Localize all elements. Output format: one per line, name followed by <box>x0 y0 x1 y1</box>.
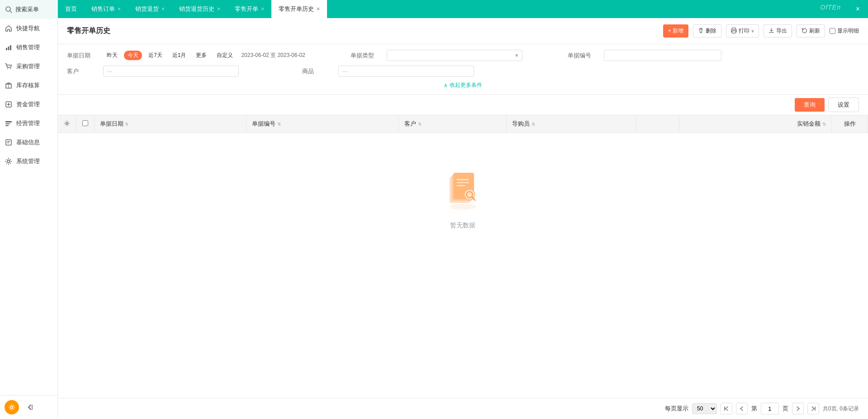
goods-dots: ··· <box>342 68 347 75</box>
svg-rect-11 <box>5 123 10 124</box>
next-page-button[interactable] <box>792 403 804 414</box>
date-opt-today[interactable]: 今天 <box>124 51 142 60</box>
svg-rect-19 <box>732 28 735 29</box>
th-amount-label: 实销金额 <box>797 120 821 127</box>
svg-point-6 <box>10 68 11 69</box>
th-doc-no[interactable]: 单据编号 ⇅ <box>247 115 399 133</box>
doc-type-dropdown-icon: ▾ <box>515 52 518 59</box>
refresh-button[interactable]: 刷新 <box>797 24 825 38</box>
tab-retail-open-history[interactable]: 零售开单历史 × <box>271 0 327 18</box>
sidebar-item-operations-mgmt[interactable]: 经营管理 <box>0 114 57 133</box>
tab-retail-open-label: 零售开单 <box>235 5 258 13</box>
print-dropdown-icon: ▾ <box>751 28 754 34</box>
svg-point-16 <box>8 160 10 163</box>
sidebar-item-label: 库存核算 <box>16 81 40 89</box>
tab-sales-return-label: 销货退货 <box>135 5 159 13</box>
tab-home[interactable]: 首页 <box>58 0 84 18</box>
svg-rect-4 <box>10 45 11 50</box>
goods-select[interactable]: ··· <box>338 66 474 77</box>
th-doc-date[interactable]: 单据日期 ⇅ <box>94 115 247 133</box>
sidebar-footer <box>0 395 57 419</box>
sidebar-item-label: 采购管理 <box>16 62 40 71</box>
tab-sales-return[interactable]: 销货退货 × <box>128 0 172 18</box>
tab-retail-open-close[interactable]: × <box>261 6 264 12</box>
tab-sales-return-close[interactable]: × <box>161 6 165 12</box>
sidebar-search[interactable]: 搜索采单 <box>0 0 57 19</box>
date-options: 昨天 今天 近7天 近1月 更多 自定义 2023-06-02 至 2023-0… <box>103 51 305 60</box>
sidebar-item-inventory[interactable]: 库存核算 <box>0 76 57 95</box>
tab-sales-return-history[interactable]: 销货退货历史 × <box>172 0 228 18</box>
tab-sales-order-close[interactable]: × <box>118 6 121 12</box>
export-button[interactable]: 导出 <box>764 24 792 38</box>
sidebar-collapse-button[interactable] <box>23 400 37 414</box>
date-range-display: 2023-06-02 至 2023-06-02 <box>241 52 305 59</box>
refresh-button-label: 刷新 <box>809 27 820 35</box>
th-checkbox[interactable] <box>76 115 94 133</box>
date-opt-custom[interactable]: 自定义 <box>213 51 237 60</box>
collapse-up-icon: ∧ <box>444 82 448 89</box>
page-number-input[interactable] <box>761 403 779 414</box>
chart-icon <box>5 43 13 52</box>
empty-state-text: 暂无数据 <box>450 221 475 230</box>
date-opt-1month[interactable]: 近1月 <box>169 51 190 60</box>
date-opt-yesterday[interactable]: 昨天 <box>103 51 121 60</box>
table-header-row: 单据日期 ⇅ 单据编号 ⇅ 客户 ⇅ 导购员 <box>58 115 868 133</box>
page-label-after: 页 <box>783 405 788 413</box>
settings-button[interactable]: 设置 <box>828 98 859 112</box>
page-size-select[interactable]: 20 50 100 <box>692 403 717 414</box>
sidebar-item-purchase-mgmt[interactable]: 采购管理 <box>0 57 57 76</box>
first-page-button[interactable] <box>721 403 732 414</box>
collapse-more-btn[interactable]: ∧ 收起更多条件 <box>67 81 859 89</box>
box-icon <box>5 81 13 89</box>
info-icon <box>5 138 13 146</box>
sidebar-item-label: 资金管理 <box>16 100 40 108</box>
export-icon <box>768 28 774 35</box>
window-close-button[interactable]: × <box>852 3 863 15</box>
add-button[interactable]: + 新增 <box>663 24 688 38</box>
doc-type-select[interactable]: ▾ <box>387 50 522 61</box>
sidebar-item-label: 快捷导航 <box>16 24 40 33</box>
svg-rect-10 <box>5 121 12 122</box>
tab-sales-return-history-close[interactable]: × <box>217 6 220 12</box>
customer-dots: ··· <box>107 68 112 75</box>
svg-rect-12 <box>5 125 9 126</box>
date-opt-more[interactable]: 更多 <box>192 51 210 60</box>
system-icon <box>5 157 13 165</box>
filter-area: 单据日期 昨天 今天 近7天 近1月 更多 自定义 2023-06-02 至 2… <box>58 44 868 95</box>
customer-select[interactable]: ··· <box>103 66 239 77</box>
th-amount[interactable]: 实销金额 ⇅ <box>679 115 832 133</box>
home-icon <box>5 24 13 33</box>
sidebar-item-quick-nav[interactable]: 快捷导航 <box>0 19 57 38</box>
sidebar-item-sales-mgmt[interactable]: 销售管理 <box>0 38 57 57</box>
th-salesperson[interactable]: 导购员 ⇅ <box>506 115 636 133</box>
date-opt-7days[interactable]: 近7天 <box>145 51 166 60</box>
search-icon <box>5 5 13 14</box>
last-page-button[interactable] <box>807 403 819 414</box>
date-label: 单据日期 <box>67 52 94 60</box>
tab-retail-open-history-label: 零售开单历史 <box>279 5 314 13</box>
tab-sales-return-history-label: 销货退货历史 <box>179 5 214 13</box>
select-all-checkbox[interactable] <box>82 120 88 126</box>
tab-sales-order[interactable]: 销售订单 × <box>84 0 128 18</box>
th-customer[interactable]: 客户 ⇅ <box>398 115 506 133</box>
svg-rect-2 <box>6 48 7 50</box>
prev-page-button[interactable] <box>736 403 748 414</box>
delete-button[interactable]: 删除 <box>693 24 721 38</box>
th-settings[interactable] <box>58 115 76 133</box>
settings-footer-button[interactable] <box>5 400 19 414</box>
query-button[interactable]: 查询 <box>795 98 825 112</box>
sidebar-item-system-mgmt[interactable]: 系统管理 <box>0 152 57 171</box>
sidebar-item-basic-info[interactable]: 基础信息 <box>0 133 57 152</box>
sidebar-item-finance-mgmt[interactable]: 资金管理 <box>0 95 57 114</box>
display-detail-toggle[interactable]: 显示明细 <box>830 27 859 35</box>
th-actions-label: 操作 <box>844 120 856 127</box>
empty-state-icon <box>440 169 485 214</box>
tab-retail-open[interactable]: 零售开单 × <box>228 0 271 18</box>
doc-no-input[interactable] <box>604 50 721 61</box>
display-detail-checkbox[interactable] <box>830 28 835 34</box>
empty-row: 暂无数据 <box>58 133 868 266</box>
sort-arrows-customer: ⇅ <box>418 122 422 127</box>
print-button[interactable]: 打印 ▾ <box>726 24 759 38</box>
window-controls: × <box>852 3 868 15</box>
tab-retail-open-history-close[interactable]: × <box>317 6 320 12</box>
